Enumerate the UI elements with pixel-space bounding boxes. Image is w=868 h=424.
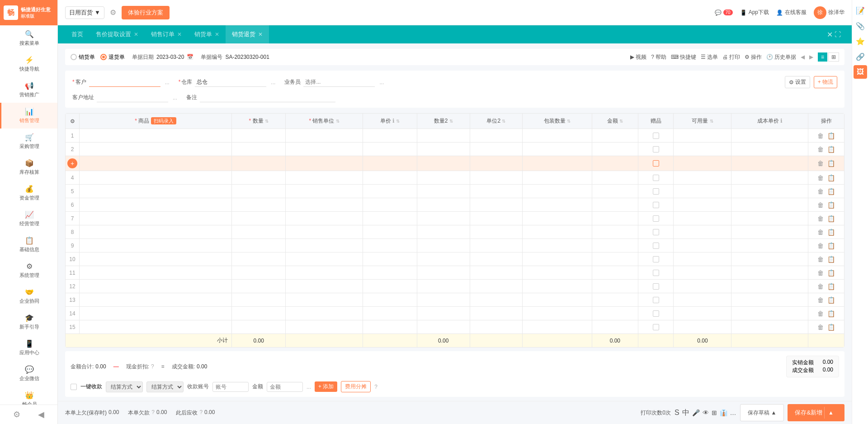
delete-icon-15[interactable]: 🗑 [817,324,824,331]
sort-unit2-icon[interactable]: ⇅ [502,119,505,124]
operate-btn[interactable]: ⚙ 操作 [745,53,762,61]
mic-icon[interactable]: 🎤 [692,409,700,416]
discount-help-icon[interactable]: ? [151,363,154,370]
gift-checkbox-2[interactable] [653,146,659,152]
close-tab-icon[interactable]: ✕ [827,30,833,39]
sort-quantity-icon[interactable]: ⇅ [265,119,269,124]
delete-icon-12[interactable]: 🗑 [817,283,824,290]
expand-icon[interactable]: ⛶ [835,31,841,38]
rp-attach-btn[interactable]: 📎 [854,19,867,33]
app-download-btn[interactable]: 📱 App下载 [740,9,769,16]
tab-close-sale-return[interactable]: ✕ [258,31,263,38]
gift-checkbox-7[interactable] [653,215,659,222]
rp-image-btn[interactable]: 🖼 [854,65,867,79]
copy-icon-8[interactable]: 📋 [827,229,835,236]
video-btn[interactable]: ▶ 视频 [630,53,646,61]
grid-icon[interactable]: ⊞ [712,409,717,416]
settings-icon[interactable]: ⚙ [13,410,20,419]
sort-avail-icon[interactable]: ⇅ [710,119,713,124]
delete-icon-3[interactable]: 🗑 [817,160,824,167]
sidebar-item-search[interactable]: 🔍 搜索菜单 [0,25,57,51]
copy-icon-11[interactable]: 📋 [827,269,835,276]
sidebar-item-shortcut[interactable]: ⚡ 快捷导航 [0,51,57,77]
delete-icon-9[interactable]: 🗑 [817,242,824,249]
select-btn[interactable]: ☰ 选单 [701,53,718,61]
copy-icon-7[interactable]: 📋 [827,215,835,222]
row-1-product[interactable] [80,129,232,143]
gift-checkbox-9[interactable] [653,243,659,249]
add-payment-btn[interactable]: + 添加 [315,381,337,392]
copy-icon-1[interactable]: 📋 [827,132,835,139]
tab-close-sale-order[interactable]: ✕ [177,31,182,38]
next-icon[interactable]: ▶ [809,54,813,60]
address-input[interactable] [97,93,168,102]
delete-icon-6[interactable]: 🗑 [817,201,824,209]
radio-return[interactable]: 退货单 [100,53,125,61]
save-chevron-icon[interactable]: ▲ [824,407,837,419]
experience-btn[interactable]: 体验行业方案 [122,6,170,19]
copy-icon-2[interactable]: 📋 [827,146,835,153]
gear-icon[interactable]: ⚙ [110,8,116,17]
copy-icon-15[interactable]: 📋 [827,324,835,331]
tab-sale-delivery[interactable]: 销货单 ✕ [188,25,226,43]
delete-icon-1[interactable]: 🗑 [817,132,824,139]
shortcut-btn[interactable]: ⌨ 快捷键 [671,53,696,61]
row-1-unit2[interactable] [470,129,523,143]
one-click-pay-checkbox[interactable] [71,384,77,390]
amount-input[interactable] [267,382,303,392]
note-input[interactable] [200,93,335,102]
delete-icon-10[interactable]: 🗑 [817,256,824,263]
row-1-qty2[interactable] [417,129,470,143]
gift-checkbox-10[interactable] [653,256,659,262]
sogou-icon[interactable]: S [675,409,679,417]
row-1-cost[interactable] [731,129,808,143]
sidebar-item-apps[interactable]: 📱 应用中心 [0,335,57,361]
copy-icon-6[interactable]: 📋 [827,201,835,209]
receivable-help[interactable]: ? [199,409,203,417]
customer-dots[interactable]: ... [165,79,170,86]
sort-unit-icon[interactable]: ⇅ [336,119,340,124]
tab-sale-order[interactable]: 销售订单 ✕ [145,25,188,43]
sidebar-item-inventory[interactable]: 📦 库存核算 [0,154,57,180]
gift-checkbox-15[interactable] [653,324,659,330]
rp-note-btn[interactable]: 📝 [854,4,867,17]
copy-icon-9[interactable]: 📋 [827,242,835,249]
row-3-product[interactable] [80,156,232,171]
tab-sale-return[interactable]: 销货退货 ✕ [226,25,269,43]
gift-checkbox-12[interactable] [653,283,659,290]
settle-method-select[interactable]: 结算方式 [106,381,143,392]
gift-checkbox-14[interactable] [653,310,659,317]
cost-info-icon[interactable]: ℹ [780,118,783,124]
radio-sale[interactable]: 销货单 [71,53,95,61]
help-btn[interactable]: ? 帮助 [651,53,666,61]
delete-icon-8[interactable]: 🗑 [817,229,824,236]
online-service-btn[interactable]: 👤 在线客服 [776,9,807,16]
row-1-price[interactable] [363,129,417,143]
collapse-icon[interactable]: ◀ [38,410,44,419]
row-1-gift[interactable] [638,129,674,143]
save-new-btn[interactable]: 保存&新增 ▲ [788,404,844,421]
history-btn[interactable]: 🕐 历史单据 [766,53,796,61]
gift-checkbox-8[interactable] [653,229,659,235]
sidebar-item-marketing[interactable]: 📢 营销推广 [0,77,57,103]
copy-icon-4[interactable]: 📋 [827,174,835,181]
price-info-icon[interactable]: ℹ [392,118,395,124]
view-table-btn[interactable]: ≡ [818,52,827,62]
warehouse-input[interactable] [195,77,266,87]
sidebar-item-member[interactable]: 👑 畅会员 [0,386,57,405]
sidebar-item-enterprise[interactable]: 🤝 企业协同 [0,283,57,309]
warehouse-dots[interactable]: ... [271,79,275,86]
gift-checkbox-3[interactable] [653,160,659,167]
delete-icon-2[interactable]: 🗑 [817,146,824,153]
delete-icon-14[interactable]: 🗑 [817,310,824,317]
row-2-product[interactable] [80,143,232,156]
copy-icon-5[interactable]: 📋 [827,188,835,195]
delete-icon-5[interactable]: 🗑 [817,188,824,195]
customer-input[interactable] [89,77,160,87]
sidebar-item-guide[interactable]: 🎓 新手引导 [0,309,57,335]
rp-link-btn[interactable]: 🔗 [854,50,867,63]
draft-chevron-icon[interactable]: ▲ [771,410,777,416]
gift-checkbox-6[interactable] [653,202,659,208]
table-gear-icon[interactable]: ⚙ [70,118,75,124]
payment-help-icon[interactable]: ? [374,384,377,390]
